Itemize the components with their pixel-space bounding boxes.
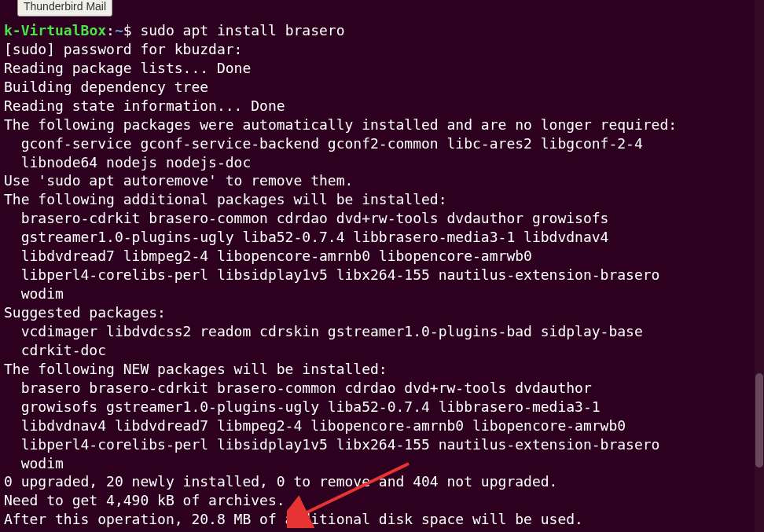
output-line: The following NEW packages will be insta… [4, 360, 760, 379]
thunderbird-tooltip: Thunderbird Mail [17, 0, 112, 17]
output-line: Reading state information... Done [4, 97, 760, 116]
output-line: Building dependency tree [4, 78, 760, 97]
output-line: Do you want to continue? [Y/n] y [4, 529, 760, 532]
output-line: libdvdread7 libmpeg2-4 libopencore-amrnb… [4, 247, 760, 266]
output-line: [sudo] password for kbuzdar: [4, 40, 760, 59]
output-line: Use 'sudo apt autoremove' to remove them… [4, 171, 760, 190]
output-line: growisofs gstreamer1.0-plugins-ugly liba… [4, 398, 760, 416]
output-line: libdvdnav4 libdvdread7 libmpeg2-4 libope… [4, 416, 760, 435]
output-line: wodim [4, 284, 760, 303]
scrollbar-track[interactable] [755, 0, 764, 532]
output-line: brasero-cdrkit brasero-common cdrdao dvd… [4, 209, 760, 228]
output-line: vcdimager libdvdcss2 readom cdrskin gstr… [4, 322, 760, 341]
output-line: Suggested packages: [4, 303, 760, 322]
prompt-path: ~ [115, 22, 123, 39]
output-line: wodim [4, 454, 760, 473]
prompt-user: k [4, 22, 13, 39]
scrollbar-thumb[interactable] [755, 373, 763, 468]
prompt-symbol: $ [123, 22, 132, 39]
output-line: brasero brasero-cdrkit brasero-common cd… [4, 379, 760, 398]
output-line: Reading package lists... Done [4, 59, 760, 78]
output-line: The following packages were automaticall… [4, 116, 760, 134]
terminal-output[interactable]: k-VirtualBox:~$ sudo apt install brasero… [4, 2, 760, 532]
output-line: 0 upgraded, 20 newly installed, 0 to rem… [4, 472, 760, 491]
output-line: Need to get 4,490 kB of archives. [4, 491, 760, 510]
output-line: libperl4-corelibs-perl libsidplay1v5 lib… [4, 435, 760, 454]
output-line: cdrkit-doc [4, 341, 760, 360]
output-line: The following additional packages will b… [4, 190, 760, 209]
output-line: gstreamer1.0-plugins-ugly liba52-0.7.4 l… [4, 228, 760, 247]
prompt-host: -VirtualBox [13, 22, 106, 39]
output-line: gconf-service gconf-service-backend gcon… [4, 134, 760, 153]
command-text: sudo apt install brasero [140, 22, 344, 39]
output-line: libperl4-corelibs-perl libsidplay1v5 lib… [4, 266, 760, 284]
output-line: libnode64 nodejs nodejs-doc [4, 153, 760, 172]
output-line: After this operation, 20.8 MB of additio… [4, 510, 760, 529]
prompt-separator: : [106, 22, 115, 39]
